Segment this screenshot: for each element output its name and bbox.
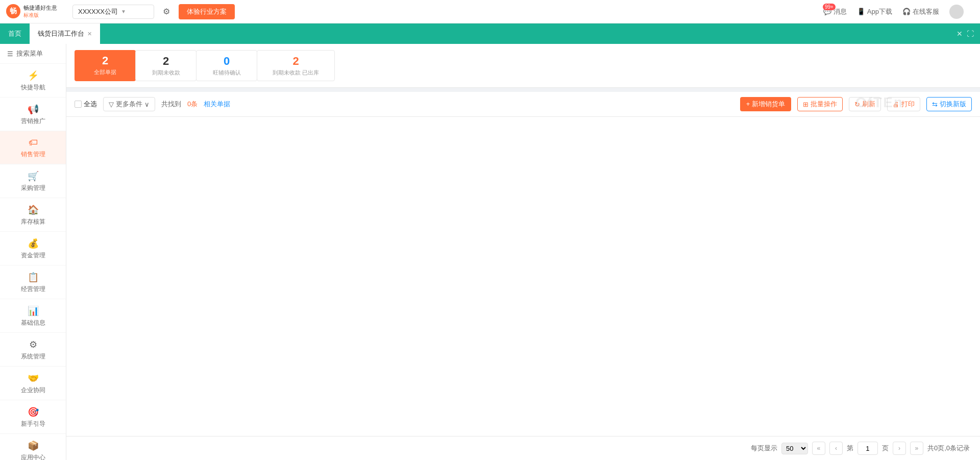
search-icon: ☰	[7, 50, 13, 58]
logo-text: 畅捷通好生意	[23, 4, 57, 11]
add-sales-order-button[interactable]: + 新增销货单	[740, 97, 791, 111]
message-icon-wrap: 💬 99+	[823, 8, 831, 15]
stat-card-wangfu[interactable]: 0 旺辅待确认	[196, 50, 257, 81]
message-badge: 99+	[823, 4, 836, 10]
stat-num-wangfu: 0	[224, 55, 230, 68]
found-count: 0条	[187, 100, 198, 109]
header-right: 💬 99+ 消息 📱 App下载 🎧 在线客服	[823, 5, 974, 19]
last-page-button[interactable]: »	[910, 442, 923, 455]
sidebar-item-label: 采购管理	[21, 184, 45, 192]
stat-card-all[interactable]: 2 全部单据	[75, 50, 136, 81]
per-page-select[interactable]: 50 100 200	[781, 443, 808, 454]
sidebar-item-basic-info[interactable]: 📊 基础信息	[0, 299, 66, 333]
refresh-label: 刷新	[862, 100, 875, 109]
tab-cash-daily[interactable]: 钱货日清工作台 ✕	[30, 23, 100, 44]
page-number-input[interactable]	[857, 442, 878, 455]
sidebar-item-app-center[interactable]: 📦 应用中心	[0, 434, 66, 460]
tab-cash-daily-label: 钱货日清工作台	[38, 29, 84, 38]
stat-label-overdue: 到期未收款	[152, 69, 180, 77]
online-service-button[interactable]: 🎧 在线客服	[902, 7, 939, 16]
sidebar-item-purchase-mgmt[interactable]: 🛒 采购管理	[0, 164, 66, 198]
sidebar-item-marketing[interactable]: 📢 营销推广	[0, 98, 66, 131]
marketing-icon: 📢	[28, 104, 39, 115]
experience-button[interactable]: 体验行业方案	[179, 4, 235, 19]
checkbox-icon[interactable]	[75, 101, 82, 108]
logo-area: 畅 畅捷通好生意 标准版	[6, 4, 72, 18]
headset-icon: 🎧	[902, 8, 911, 15]
sidebar-item-newbie-guide[interactable]: 🎯 新手引导	[0, 400, 66, 434]
app-center-icon: 📦	[28, 440, 39, 451]
stat-label-all: 全部单据	[94, 68, 116, 76]
sidebar-item-enterprise-coop[interactable]: 🤝 企业协同	[0, 367, 66, 400]
switch-icon: ⇆	[932, 101, 938, 108]
filter-icon: ▽	[109, 101, 114, 108]
inventory-icon: 🏠	[28, 204, 39, 215]
per-page-label: 每页显示	[751, 444, 777, 453]
stat-num-overdue: 2	[163, 55, 169, 68]
sidebar-item-label: 资金管理	[21, 251, 45, 260]
related-link[interactable]: 相关单据	[204, 100, 230, 109]
sidebar-item-operations[interactable]: 📋 经营管理	[0, 265, 66, 299]
sidebar-item-label: 基础信息	[21, 319, 45, 327]
settings-button[interactable]: ⚙	[158, 4, 175, 20]
chevron-down-icon: ▼	[121, 9, 126, 14]
top-header: 畅 畅捷通好生意 标准版 XXXXXX公司 ▼ ⚙ 体验行业方案 💬 99+ 消…	[0, 0, 980, 23]
refresh-button[interactable]: ↻ 刷新	[849, 97, 881, 111]
sidebar-item-label: 企业协同	[21, 386, 45, 395]
stats-bar: 2 全部单据 2 到期未收款 0 旺辅待确认 2 到期未收款 已出库	[66, 44, 980, 88]
app-download-button[interactable]: 📱 App下载	[857, 7, 892, 16]
select-all-checkbox[interactable]: 全选	[75, 100, 97, 109]
tab-minimize-icon[interactable]: ✕	[957, 30, 963, 38]
pagination-bar: 每页显示 50 100 200 « ‹ 第 页 › » 共0页,0条记录	[66, 436, 980, 460]
newbie-icon: 🎯	[28, 406, 39, 418]
content-area: 2 全部单据 2 到期未收款 0 旺辅待确认 2 到期未收款 已出库 全选	[66, 44, 980, 460]
sidebar-item-system-mgmt[interactable]: ⚙ 系统管理	[0, 333, 66, 367]
coop-icon: 🤝	[28, 373, 39, 384]
message-button[interactable]: 💬 99+ 消息	[823, 7, 847, 16]
sidebar-item-label: 新手引导	[21, 420, 45, 428]
tab-bar: 首页 钱货日清工作台 ✕ ✕ ⛶	[0, 23, 980, 44]
page-suffix: 页	[882, 444, 889, 453]
next-page-button[interactable]: ›	[893, 442, 906, 455]
stat-card-shipped[interactable]: 2 到期未收款 已出库	[257, 50, 335, 81]
switch-version-button[interactable]: ⇆ 切换新版	[926, 97, 972, 111]
tab-actions: ✕ ⛶	[950, 30, 980, 38]
purchase-icon: 🛒	[28, 171, 39, 182]
more-filters-label: 更多条件	[116, 100, 142, 109]
sidebar-item-finance[interactable]: 💰 资金管理	[0, 232, 66, 265]
phone-icon: 📱	[857, 8, 865, 15]
switch-label: 切换新版	[940, 100, 966, 109]
sales-icon: 🏷	[29, 137, 38, 148]
logo-badge: 标准版	[23, 12, 57, 19]
print-button[interactable]: 🖨 打印	[887, 97, 920, 111]
sidebar-item-label: 经营管理	[21, 285, 45, 294]
tab-maximize-icon[interactable]: ⛶	[967, 30, 974, 38]
batch-operation-button[interactable]: ⊞ 批量操作	[797, 97, 843, 111]
sidebar: ☰ 搜索菜单 ⚡ 快捷导航 📢 营销推广 🏷 销售管理 🛒 采购管理 🏠 库存核…	[0, 44, 66, 460]
page-total: 共0页,0条记录	[927, 444, 970, 453]
system-icon: ⚙	[29, 339, 37, 350]
sidebar-item-label: 库存核算	[21, 217, 45, 226]
tab-home[interactable]: 首页	[0, 23, 30, 44]
user-avatar[interactable]	[949, 5, 964, 19]
logo-text-area: 畅捷通好生意 标准版	[23, 4, 57, 18]
search-menu-item[interactable]: ☰ 搜索菜单	[0, 44, 66, 64]
sidebar-item-sales-mgmt[interactable]: 🏷 销售管理	[0, 131, 66, 164]
tab-close-icon[interactable]: ✕	[87, 31, 92, 37]
sidebar-item-quick-nav[interactable]: ⚡ 快捷导航	[0, 64, 66, 98]
online-service-label: 在线客服	[913, 7, 939, 16]
batch-icon: ⊞	[803, 101, 808, 108]
message-label: 消息	[834, 7, 847, 16]
stat-card-overdue[interactable]: 2 到期未收款	[135, 50, 197, 81]
stat-num-shipped: 2	[292, 55, 299, 68]
sidebar-item-inventory[interactable]: 🏠 库存核算	[0, 198, 66, 232]
sidebar-item-label: 系统管理	[21, 352, 45, 361]
found-prefix: 共找到	[161, 100, 181, 109]
sidebar-item-label: 快捷导航	[21, 83, 45, 92]
table-area	[66, 117, 980, 436]
prev-page-button[interactable]: ‹	[829, 442, 843, 455]
stat-label-wangfu: 旺辅待确认	[213, 69, 241, 77]
more-filters-button[interactable]: ▽ 更多条件 ∨	[103, 97, 155, 111]
first-page-button[interactable]: «	[812, 442, 825, 455]
company-selector[interactable]: XXXXXX公司 ▼	[72, 5, 154, 19]
